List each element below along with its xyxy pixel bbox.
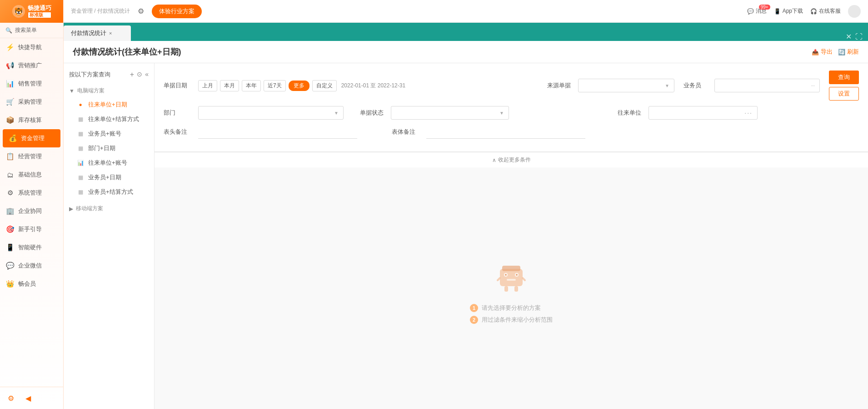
scheme-add-icon[interactable]: + (130, 71, 134, 79)
scheme-settings-icon[interactable]: ⊙ (137, 71, 142, 79)
sidebar-item-enterprise[interactable]: 🏢 企业协同 (0, 202, 63, 220)
date-custom[interactable]: 自定义 (312, 80, 337, 91)
sidebar-item-inventory[interactable]: 📦 库存核算 (0, 111, 63, 129)
close-all-icon[interactable]: ✕ (846, 32, 852, 41)
query-button[interactable]: 查询 (829, 71, 859, 84)
scheme-item-salesman-date[interactable]: ▦ 业务员+日期 (64, 170, 154, 185)
scheme-item-salesman-settle[interactable]: ▦ 业务员+结算方式 (64, 185, 154, 199)
sidebar-item-sales[interactable]: 📊 销售管理 (0, 75, 63, 93)
salesman-select-arrow: ··· (811, 83, 815, 88)
online-service-button[interactable]: 🎧 在线客服 (810, 7, 841, 15)
search-icon: 🔍 (5, 27, 12, 34)
app-download-label: App下载 (783, 7, 803, 15)
scheme-item-icon-salesman-settle: ▦ (76, 188, 85, 196)
data-area: 1 请先选择要分析的方案 2 用过滤条件来缩小分析范围 (155, 167, 868, 409)
source-select[interactable]: ▼ (578, 79, 674, 92)
sidebar-item-purchase[interactable]: 🛒 采购管理 (0, 93, 63, 111)
collapse-sidebar-icon[interactable]: ◀ (22, 392, 35, 404)
header-note-input[interactable] (198, 125, 357, 139)
sidebar-item-marketing[interactable]: 📢 营销推广 (0, 56, 63, 75)
tab-receipt-stat[interactable]: 收款情况统计× (64, 0, 131, 10)
sidebar-nav: ⚡ 快捷导航 📢 营销推广 📊 销售管理 🛒 采购管理 📦 库存核算 💰 资金管… (0, 38, 63, 293)
refresh-button[interactable]: 🔄 刷新 (838, 48, 859, 56)
sidebar-item-system[interactable]: ⚙ 系统管理 (0, 184, 63, 202)
tab-close-receipt-stat[interactable]: × (109, 0, 112, 5)
date-last-7-days[interactable]: 近7天 (264, 80, 286, 91)
header-settings-icon[interactable]: ⚙ (135, 5, 147, 18)
scheme-item-icon-dept-date: ▦ (76, 144, 85, 152)
date-options: 上月 本月 本年 近7天 更多 自定义 2022-01-01 至 2022-12… (198, 80, 405, 91)
scheme-item-partner-account[interactable]: 📊 往来单位+账号 (64, 156, 154, 170)
mobile-scheme-section: ▶ 移动端方案 (64, 202, 154, 215)
right-panel: 单据日期 上月 本月 本年 近7天 更多 自定义 2022-01-01 至 20… (155, 63, 868, 409)
scheme-item-label-salesman-settle: 业务员+结算方式 (88, 188, 133, 196)
sidebar-item-basic[interactable]: 🗂 基础信息 (0, 166, 63, 184)
user-avatar[interactable] (848, 5, 861, 18)
scheme-items: ● 往来单位+日期 ▦ 往来单位+结算方式 ▦ 业务员+账号 ▦ 部门+日期 📊… (64, 97, 154, 199)
status-select[interactable]: ▼ (391, 106, 509, 120)
partner-select[interactable]: ··· (649, 106, 758, 120)
tab-label-new-scheme: 新建方案 (71, 14, 95, 22)
sidebar-item-operations[interactable]: 📋 经营管理 (0, 147, 63, 166)
tab-close-new-scheme[interactable]: × (97, 15, 100, 20)
collapse-bar[interactable]: ∧ 收起更多条件 (155, 152, 868, 167)
expand-icon[interactable]: ⛶ (855, 33, 863, 41)
date-this-year[interactable]: 本年 (242, 80, 261, 91)
date-this-month[interactable]: 本月 (220, 80, 239, 91)
sidebar-item-member[interactable]: 👑 畅会员 (0, 275, 63, 293)
filter-row-2: 部门 ▼ 单据状态 ▼ 往来单 (164, 106, 859, 120)
salesman-select[interactable]: ··· (714, 79, 820, 92)
sidebar-item-label-purchase: 采购管理 (18, 98, 42, 106)
tab-payment-stat[interactable]: 付款情况统计× (64, 25, 131, 41)
sidebar-search[interactable]: 🔍 搜索菜单 (0, 23, 63, 38)
export-label: 导出 (821, 48, 833, 56)
mobile-scheme-title[interactable]: ▶ 移动端方案 (64, 202, 154, 215)
svg-rect-8 (514, 286, 518, 292)
tab-close-payment-stat[interactable]: × (109, 30, 112, 36)
scheme-item-dept-date[interactable]: ▦ 部门+日期 (64, 141, 154, 156)
date-range-text: 2022-01-01 至 2022-12-31 (341, 82, 405, 90)
body-note-input[interactable] (426, 125, 585, 139)
scheme-item-partner-date[interactable]: ● 往来单位+日期 (64, 97, 154, 112)
sidebar-item-icon-enterprise: 🏢 (5, 207, 15, 216)
sidebar-item-label-wechat: 企业微信 (18, 262, 42, 270)
message-icon: 💬 (747, 8, 754, 15)
sidebar-item-wechat[interactable]: 💬 企业微信 (0, 257, 63, 275)
content-area: 付款情况统计(往来单位+日期) 📤 导出 🔄 刷新 按以下方案查询 + (64, 41, 868, 409)
mobile-section-label: 移动端方案 (76, 205, 103, 212)
hint-num-2: 2 (470, 316, 478, 324)
sidebar-item-capital[interactable]: 💰 资金管理 (3, 129, 60, 147)
date-last-month[interactable]: 上月 (198, 80, 217, 91)
scheme-item-label-partner-settle: 往来单位+结算方式 (88, 115, 139, 123)
trial-button[interactable]: 体验行业方案 (152, 5, 202, 18)
sidebar-item-label-hardware: 智能硬件 (18, 243, 42, 252)
scheme-item-partner-settle[interactable]: ▦ 往来单位+结算方式 (64, 112, 154, 126)
tab-new-scheme[interactable]: 新建方案× (64, 10, 131, 25)
page-title: 付款情况统计(往来单位+日期) (73, 46, 181, 57)
sidebar-item-label-enterprise: 企业协同 (18, 207, 42, 215)
svg-rect-1 (502, 266, 520, 271)
settings-button[interactable]: 设置 (829, 87, 859, 101)
scheme-item-icon-salesman-account: ▦ (76, 130, 85, 138)
sidebar-item-icon-basic: 🗂 (5, 170, 15, 179)
settings-bottom-icon[interactable]: ⚙ (5, 392, 17, 404)
export-button[interactable]: 📤 导出 (812, 48, 833, 56)
svg-rect-0 (500, 269, 523, 286)
header-right: 💬 消息 99+ 📱 App下载 🎧 在线客服 (747, 5, 861, 18)
sidebar-item-quick-nav[interactable]: ⚡ 快捷导航 (0, 38, 63, 56)
scheme-collapse-icon[interactable]: « (145, 71, 149, 79)
tab-bar-right: ✕ ⛶ (846, 32, 868, 41)
pc-scheme-title[interactable]: ▼ 电脑端方案 (64, 84, 154, 97)
sidebar-logo: 🐯 畅捷通巧 标准版 (0, 0, 63, 23)
sidebar-item-guide[interactable]: 🎯 新手引导 (0, 220, 63, 238)
date-more[interactable]: 更多 (289, 81, 309, 91)
app-download-button[interactable]: 📱 App下载 (774, 7, 803, 15)
online-service-label: 在线客服 (819, 7, 841, 15)
message-button[interactable]: 💬 消息 99+ (747, 7, 767, 15)
scheme-item-label-partner-account: 往来单位+账号 (88, 159, 127, 167)
scheme-item-salesman-account[interactable]: ▦ 业务员+账号 (64, 126, 154, 141)
pc-scheme-section: ▼ 电脑端方案 ● 往来单位+日期 ▦ 往来单位+结算方式 ▦ 业务员+账号 ▦… (64, 84, 154, 199)
sidebar-item-hardware[interactable]: 📱 智能硬件 (0, 238, 63, 257)
dept-select[interactable]: ▼ (198, 106, 344, 120)
scheme-panel-header: 按以下方案查询 + ⊙ « (64, 68, 154, 81)
